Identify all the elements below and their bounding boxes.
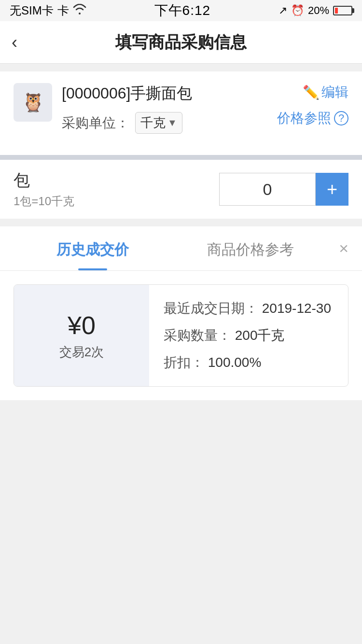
page-background: [0, 400, 362, 644]
carrier-text: 无SIM卡: [10, 3, 54, 18]
history-price: ¥0: [68, 311, 96, 340]
history-card-right: 最近成交日期： 2019-12-30 采购数量： 200千克 折扣： 100.0…: [149, 285, 348, 386]
quantity-controls: 0 +: [219, 173, 348, 206]
product-header: 🦉 [0000006]手撕面包 采购单位： 千克 ▼ ✏️ 编辑 价格参照: [14, 83, 348, 134]
status-right: ↗ ⏰ 20%: [278, 4, 352, 17]
product-left: 🦉 [0000006]手撕面包 采购单位： 千克 ▼: [14, 83, 192, 134]
tabs-row: 历史成交价 商品价格参考 ×: [0, 226, 362, 271]
quantity-plus-button[interactable]: +: [316, 173, 348, 206]
history-card-left: ¥0 交易2次: [14, 285, 149, 386]
quantity-unit-sub: 1包=10千克: [14, 194, 74, 209]
status-bar: 无SIM卡 卡 下午6:12 ↗ ⏰ 20%: [0, 0, 362, 21]
quantity-input[interactable]: 0: [219, 173, 316, 206]
alarm-icon: ⏰: [291, 4, 304, 17]
purchase-unit-row: 采购单位： 千克 ▼: [62, 112, 192, 134]
history-detail-qty: 采购数量： 200千克: [164, 325, 334, 346]
status-left: 无SIM卡 卡: [10, 3, 86, 18]
history-section: ¥0 交易2次 最近成交日期： 2019-12-30 采购数量： 200千克 折…: [0, 271, 362, 400]
history-trade-count: 交易2次: [59, 344, 104, 361]
discount-label: 折扣：: [164, 355, 204, 370]
purchase-qty-value: 200千克: [235, 328, 285, 343]
page-title: 填写商品采购信息: [115, 31, 247, 54]
location-icon: ↗: [278, 4, 287, 17]
battery-icon: [333, 6, 352, 15]
discount-value: 100.00%: [208, 355, 262, 370]
wifi-icon: [73, 4, 86, 17]
unit-select-arrow: ▼: [167, 117, 177, 128]
quantity-unit-big: 包: [14, 169, 74, 192]
history-card: ¥0 交易2次 最近成交日期： 2019-12-30 采购数量： 200千克 折…: [14, 284, 348, 387]
recent-date-value: 2019-12-30: [262, 301, 331, 316]
status-time: 下午6:12: [154, 1, 211, 20]
product-name: [0000006]手撕面包: [62, 83, 192, 104]
sim-icon: 卡: [57, 3, 69, 18]
edit-label: 编辑: [321, 83, 348, 101]
price-ref-link[interactable]: 价格参照 ?: [277, 109, 348, 127]
price-ref-help-icon: ?: [334, 111, 348, 126]
recent-date-label: 最近成交日期：: [164, 301, 258, 316]
bottom-panel: 历史成交价 商品价格参考 × ¥0 交易2次 最近成交日期： 2019-12-3…: [0, 226, 362, 400]
price-ref-label: 价格参照: [277, 109, 331, 127]
product-thumbnail: 🦉: [14, 83, 52, 122]
purchase-unit-label: 采购单位：: [62, 114, 129, 132]
tab-product-price-ref[interactable]: 商品价格参考: [171, 226, 329, 270]
tab-close-button[interactable]: ×: [329, 229, 348, 267]
quantity-row: 包 1包=10千克 0 +: [0, 160, 362, 219]
nav-bar: ‹ 填写商品采购信息: [0, 21, 362, 64]
product-info: [0000006]手撕面包 采购单位： 千克 ▼: [62, 83, 192, 134]
gray-divider: [0, 155, 362, 160]
purchase-qty-label: 采购数量：: [164, 328, 231, 343]
product-card: 🦉 [0000006]手撕面包 采购单位： 千克 ▼ ✏️ 编辑 价格参照: [0, 71, 362, 155]
tab-history-price[interactable]: 历史成交价: [14, 226, 171, 270]
edit-icon: ✏️: [303, 84, 320, 100]
history-detail-date: 最近成交日期： 2019-12-30: [164, 298, 334, 319]
quantity-label: 包 1包=10千克: [14, 169, 74, 209]
product-owl-icon: 🦉: [22, 93, 44, 112]
unit-value: 千克: [140, 114, 166, 131]
back-button[interactable]: ‹: [12, 32, 17, 53]
product-right: ✏️ 编辑 价格参照 ?: [277, 83, 348, 127]
history-detail-discount: 折扣： 100.00%: [164, 352, 334, 373]
battery-percent: 20%: [308, 4, 329, 17]
unit-select[interactable]: 千克 ▼: [135, 112, 182, 134]
edit-link[interactable]: ✏️ 编辑: [303, 83, 348, 101]
